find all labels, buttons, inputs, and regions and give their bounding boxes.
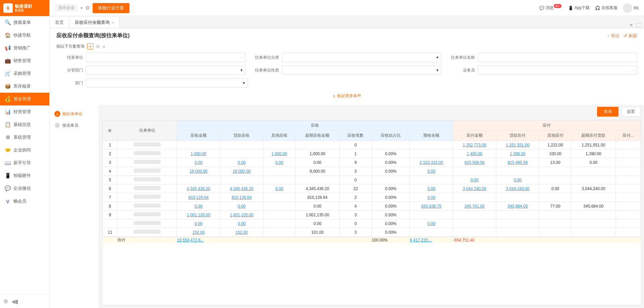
yewuyuan-input[interactable]: ··· [478, 65, 637, 75]
settings-footer-icon[interactable]: ⚙ [3, 298, 8, 305]
query-button[interactable]: 查询 [597, 107, 619, 117]
fenguan-dropdown[interactable]: ▾ [86, 65, 246, 75]
sidebar-item-wechat[interactable]: 💬 企业微信 [0, 182, 49, 195]
search-scheme-settings-icon[interactable]: ⊙ [96, 44, 100, 49]
total-chaoqi-yingfu [572, 237, 615, 243]
sidebar-item-operation[interactable]: 📊 经营管理 [0, 105, 49, 118]
data-table: ⚙ 往来单位 应收 应付 应收金额 贷款应收 其他应收 超期应收金额 [102, 120, 641, 243]
sidebar-item-quicknav[interactable]: 🏠 快捷导航 [0, 29, 49, 42]
sidebar-item-finance[interactable]: 💰 资金管理 [0, 93, 49, 105]
home-icon: 🏠 [5, 32, 11, 38]
sidebar-item-sales[interactable]: 💼 销售管理 [0, 54, 49, 67]
wanglai-xingzhi-dropdown[interactable]: ▾ [282, 65, 441, 75]
promo-button[interactable]: 体验行业方案 [93, 3, 129, 13]
app-download-action[interactable]: 📱 App下载 [568, 5, 590, 11]
sidebar-item-label: 企业协同 [13, 147, 31, 153]
field-fenguan-label: 分管部门 [56, 68, 83, 73]
header-gear-icon[interactable]: ⚙ [85, 5, 90, 11]
jiesuan-dots-icon: ··· [239, 55, 243, 60]
th-yingshou-jine: 应收金额 [177, 131, 220, 141]
th-settings[interactable]: ⚙ [103, 121, 118, 141]
system-icon: ⚙ [5, 134, 11, 140]
wanglai-name-input[interactable] [478, 53, 637, 62]
filter-wanglai-label: 按往来单位 [62, 111, 83, 117]
total-qita-yingfu [539, 237, 572, 243]
company-chevron-icon[interactable]: ▾ [80, 6, 83, 10]
sidebar-item-label: 搜索菜单 [13, 19, 31, 26]
avatar-image [623, 3, 632, 13]
collapse-button[interactable]: ∧ 收起更多条件 [56, 91, 637, 101]
collapse-icon[interactable]: ◀▮ [11, 298, 18, 305]
total-yingshou-jine: 19,553,472,6... [177, 237, 220, 243]
online-service-action[interactable]: 🎧 在线客服 [595, 5, 618, 11]
filter-yewuyuan-label: 按业务员 [62, 123, 78, 128]
wanglai-fenlei-dropdown[interactable]: ▾ [282, 53, 441, 62]
jiesuan-input[interactable]: ··· [86, 53, 246, 62]
sidebar-item-system[interactable]: ⚙ 系统管理 [0, 131, 49, 144]
message-action[interactable]: 💬 消息 99+ [539, 5, 563, 11]
refresh-button[interactable]: ↺ 刷新 [624, 33, 637, 39]
collab-icon: 🤝 [5, 147, 11, 153]
xingzhi-chevron-icon: ▾ [436, 68, 438, 73]
sidebar-item-label: 资金管理 [13, 96, 31, 102]
sidebar: 6 畅捷通财 标准版 🔍 搜索菜单 🏠 快捷导航 📢 营销推广 💼 销售管理 [0, 0, 50, 308]
field-wanglai-xingzhi: 往来单位性质 ▾ [252, 65, 441, 75]
th-qita-yingfu: 其他应付 [539, 131, 572, 141]
th-wanglai: 往来单位 [117, 121, 177, 141]
sidebar-item-purchase[interactable]: 🛒 采购管理 [0, 67, 49, 80]
field-yewuyuan: 业务员 ··· [448, 65, 637, 75]
sidebar-item-marketing[interactable]: 📢 营销推广 [0, 42, 49, 54]
sidebar-item-label: 智能硬件 [13, 173, 31, 179]
tab-home[interactable]: 首页 [50, 17, 69, 28]
search-row-2: 分管部门 ▾ 往来单位性质 ▾ 业务员 [56, 65, 637, 75]
refresh-label: 刷新 [629, 33, 637, 39]
close-window-icon[interactable]: ✕ [629, 23, 633, 28]
sidebar-item-basic[interactable]: 📋 基础信息 [0, 118, 49, 131]
tab-active[interactable]: 应收应付余额查询 × [69, 17, 119, 28]
bumen-dropdown[interactable]: ▾ [86, 78, 248, 88]
search-add-button[interactable]: + [87, 43, 93, 49]
search-label: 按以下方案查询 [56, 44, 85, 49]
search-row-1: 结算单位 ··· 往来单位分类 ▾ 往来单位名称 [56, 53, 637, 62]
sidebar-item-search[interactable]: 🔍 搜索菜单 [0, 16, 49, 29]
online-service-label: 在线客服 [601, 5, 618, 11]
th-group-yingfu: 应付 [453, 121, 641, 131]
field-bumen: 部门 ▾ [56, 78, 248, 88]
table-settings-button[interactable]: 设置 [621, 107, 641, 117]
header-actions: 💬 消息 99+ 📱 App下载 🎧 在线客服 Rit [539, 3, 639, 13]
sidebar-item-collab[interactable]: 🤝 企业协同 [0, 144, 49, 157]
sidebar-item-hardware[interactable]: 📱 智能硬件 [0, 169, 49, 182]
export-button[interactable]: ↑ 导出 [607, 33, 620, 39]
tabs-controls: ✕ ⛶ [629, 23, 644, 28]
user-avatar[interactable]: Rit [623, 3, 639, 13]
message-label: 消息 [546, 5, 554, 11]
filter-by-yewuyuan[interactable]: ⊙ 按业务员 [50, 120, 99, 131]
sidebar-item-guide[interactable]: 📖 新手引导 [0, 157, 49, 169]
filter-by-wanglai[interactable]: ⊙ 按往来单位 [50, 108, 99, 120]
total-yingfu-extra [615, 237, 641, 243]
total-yingfu-jine: -654,751.40 [453, 237, 496, 243]
marketing-icon: 📢 [5, 45, 11, 51]
search-collapse-icon[interactable]: « [103, 44, 105, 49]
table-row: 101,252,773.001,251,551.001,222.001,251,… [103, 141, 641, 149]
sidebar-item-inventory[interactable]: 📦 库存核算 [0, 80, 49, 93]
sidebar-item-label: 畅会员 [13, 198, 26, 204]
company-name: 演示企业 [55, 4, 78, 12]
tab-home-label: 首页 [55, 19, 64, 26]
maximize-icon[interactable]: ⛶ [636, 23, 641, 28]
tab-close-icon[interactable]: × [112, 20, 114, 25]
table-row: 30.000.000.000.0090.00%2,153,333.00915,5… [103, 158, 641, 167]
th-daikuan-yingshou: 贷款应收 [220, 131, 263, 141]
sidebar-item-member[interactable]: V 畅会员 [0, 195, 49, 208]
field-wanglai-name: 往来单位名称 [448, 53, 637, 62]
table-row: 500.000.00 [103, 176, 641, 184]
table-row: 80.000.000.0040.00%655,636.75345,761.003… [103, 202, 641, 211]
app-download-label: App下载 [575, 5, 590, 11]
hardware-icon: 📱 [5, 173, 11, 179]
finance-icon: 💰 [5, 96, 11, 102]
fenguan-chevron-icon: ▾ [240, 68, 243, 73]
field-yewuyuan-label: 业务员 [448, 68, 475, 73]
th-chaoqi-jine: 超期应收金额 [296, 131, 339, 141]
filter-panel: ⊙ 按往来单位 ⊙ 按业务员 [50, 105, 99, 308]
total-yushou: 6,417,215.... [410, 237, 453, 243]
